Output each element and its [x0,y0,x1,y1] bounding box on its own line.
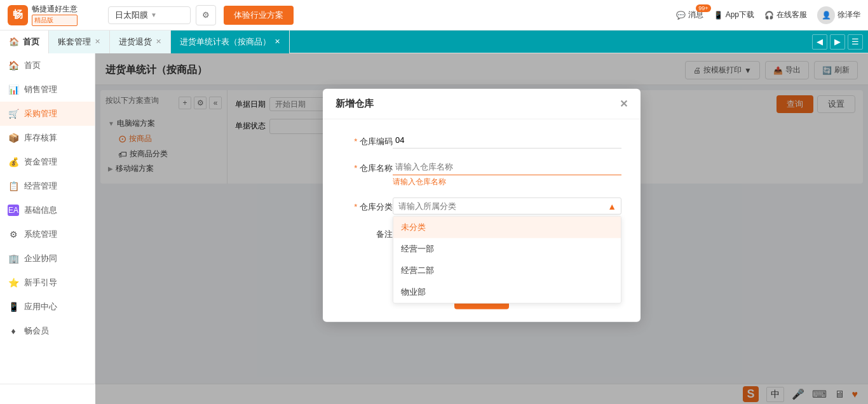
modal-header: 新增仓库 ✕ [323,89,641,119]
tab-purchase-stats-label: 进货单统计表（按商品） [180,36,271,48]
app-icon: 📱 [714,11,723,20]
sidebar-item-sales-label: 销售管理 [24,84,57,95]
sidebar-item-enterprise-label: 企业协同 [24,253,57,264]
warehouse-code-input[interactable] [393,132,621,149]
tab-purchase-return-close[interactable]: ✕ [156,37,161,46]
content-area: 进货单统计（按商品） 🖨 按模板打印 ▼ 📤 导出 🔄 刷新 [95,53,868,404]
form-row-category: * 仓库分类 ▲ 未分类 经营一部 经营二部 物业部 [342,198,621,215]
add-warehouse-modal: 新增仓库 ✕ * 仓库编码 * [323,89,641,322]
modal-body: * 仓库编码 * 仓库名称 请输入仓库名称 [323,119,641,281]
tabs-bar: 🏠 首页 账套管理 ✕ 进货退货 ✕ 进货单统计表（按商品） ✕ ◀ ▶ ☰ [0,30,868,53]
guide-icon: ⭐ [8,277,19,288]
dropdown-item-2[interactable]: 经营二部 [393,260,621,281]
sidebar-item-basic-info[interactable]: EA 基础信息 [0,198,95,222]
tab-accounts-close[interactable]: ✕ [95,37,100,46]
tab-next-button[interactable]: ▶ [830,34,845,50]
enterprise-icon: 🏢 [8,253,19,264]
tab-home-label: 首页 [23,36,39,48]
sidebar-item-member[interactable]: ♦ 畅会员 [0,319,95,343]
message-badge: 99+ [696,4,710,12]
sidebar-item-guide-label: 新手引导 [24,277,57,288]
sidebar-item-inventory-label: 库存核算 [24,132,57,144]
modal-title: 新增仓库 [336,98,374,110]
tab-purchase-return-label: 进货退货 [119,36,152,48]
sidebar-item-enterprise[interactable]: 🏢 企业协同 [0,246,95,271]
code-label: * 仓库编码 [342,132,393,147]
form-row-name: * 仓库名称 请输入仓库名称 [342,159,621,187]
tab-prev-button[interactable]: ◀ [812,34,827,50]
category-input-wrap: ▲ 未分类 经营一部 经营二部 物业部 [393,198,621,215]
code-control [393,132,621,149]
sidebar-item-apps-label: 应用中心 [24,301,57,313]
dropdown-item-1[interactable]: 经营一部 [393,238,621,260]
sidebar-item-home-label: 首页 [24,60,41,71]
form-row-code: * 仓库编码 [342,132,621,149]
inventory-icon: 📦 [8,132,19,144]
modal-close-button[interactable]: ✕ [620,98,628,110]
member-icon: ♦ [8,325,19,337]
sidebar-item-home[interactable]: 🏠 首页 [0,53,95,77]
tab-accounts-label: 账套管理 [58,36,91,48]
logo-title: 畅捷通好生意 [32,4,78,15]
dropdown-item-3[interactable]: 物业部 [393,281,621,303]
basic-info-icon: EA [8,205,19,216]
name-label: * 仓库名称 [342,159,393,174]
sidebar-item-system[interactable]: ⚙ 系统管理 [0,222,95,246]
tab-home[interactable]: 🏠 首页 [0,30,49,53]
warehouse-category-input[interactable] [393,198,621,215]
dropdown-item-0[interactable]: 未分类 [393,217,621,238]
app-label: App下载 [726,10,754,20]
tab-purchase-return[interactable]: 进货退货 ✕ [110,30,171,53]
required-mark-category: * [354,202,360,212]
service-button[interactable]: 🎧 在线客服 [764,10,807,20]
sidebar-item-purchase[interactable]: 🛒 采购管理 [0,102,95,126]
tab-purchase-stats-close[interactable]: ✕ [275,37,280,46]
sidebar-item-system-label: 系统管理 [24,229,57,240]
sidebar-item-sales[interactable]: 📊 销售管理 [0,77,95,102]
tabs-controls: ◀ ▶ ☰ [812,34,868,50]
gear-icon: ⚙ [202,10,210,20]
settings-gear-button[interactable]: ⚙ [196,5,216,25]
headset-icon: 🎧 [764,11,774,20]
sidebar-item-apps[interactable]: 📱 应用中心 [0,295,95,319]
sidebar-item-guide[interactable]: ⭐ 新手引导 [0,271,95,295]
logo-area: 畅 畅捷通好生意 精品版 [8,4,103,26]
category-dropdown-arrow[interactable]: ▲ [607,201,616,211]
required-mark-name: * [354,163,360,173]
name-error-msg: 请输入仓库名称 [393,177,621,187]
store-selector[interactable]: 日太阳膜 ▼ [108,6,191,24]
username: 徐泽华 [837,10,860,20]
category-control: ▲ 未分类 经营一部 经营二部 物业部 [393,198,621,215]
category-dropdown-list: 未分类 经营一部 经营二部 物业部 [393,216,621,304]
tab-menu-button[interactable]: ☰ [848,34,863,50]
sidebar-item-member-label: 畅会员 [24,325,49,337]
sidebar-item-inventory[interactable]: 📦 库存核算 [0,126,95,150]
trial-button[interactable]: 体验行业方案 [224,6,294,25]
notes-label: 备注 [342,225,393,240]
system-icon: ⚙ [8,229,19,240]
sidebar-item-purchase-label: 采购管理 [24,108,57,119]
finance-icon: 💰 [8,156,19,168]
message-button[interactable]: 💬 消息 99+ [676,10,703,20]
app-download-button[interactable]: 📱 App下载 [714,10,754,20]
sales-icon: 📊 [8,84,19,95]
user-menu[interactable]: 👤 徐泽华 [817,6,860,24]
required-mark-code: * [354,137,360,146]
sidebar: 🏠 首页 📊 销售管理 🛒 采购管理 📦 库存核算 💰 资金管理 📋 经营管理 … [0,53,95,404]
sidebar-item-finance[interactable]: 💰 资金管理 [0,150,95,174]
warehouse-name-input[interactable] [393,159,621,175]
apps-icon: 📱 [8,301,19,313]
main-layout: 🏠 首页 📊 销售管理 🛒 采购管理 📦 库存核算 💰 资金管理 📋 经营管理 … [0,53,868,404]
service-label: 在线客服 [776,10,807,20]
sidebar-item-operations-label: 经营管理 [24,180,57,192]
home-sidebar-icon: 🏠 [8,60,19,71]
logo-text-block: 畅捷通好生意 精品版 [32,4,78,26]
tab-accounts[interactable]: 账套管理 ✕ [49,30,110,53]
tab-purchase-stats[interactable]: 进货单统计表（按商品） ✕ [171,30,290,53]
header-right: 💬 消息 99+ 📱 App下载 🎧 在线客服 👤 徐泽华 [676,6,860,24]
message-icon: 💬 [676,11,686,20]
sidebar-item-operations[interactable]: 📋 经营管理 [0,174,95,198]
avatar: 👤 [817,6,835,24]
purchase-icon: 🛒 [8,108,19,119]
home-icon: 🏠 [9,37,19,46]
